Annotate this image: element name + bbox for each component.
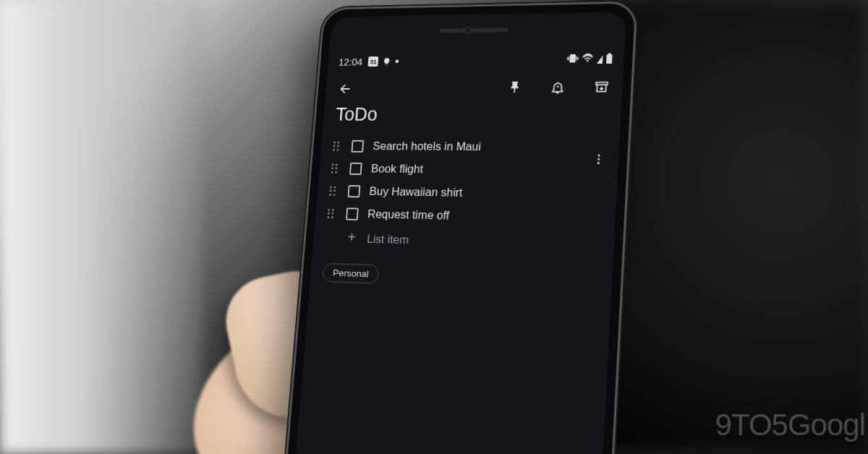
list-item: Book flight [331, 157, 605, 183]
calendar-icon: 31 [368, 56, 379, 67]
svg-point-1 [597, 155, 600, 157]
wifi-icon [582, 53, 594, 67]
speaker [440, 27, 509, 33]
archive-button[interactable] [577, 80, 609, 98]
plus-icon [345, 231, 358, 246]
front-camera [464, 27, 472, 34]
svg-point-3 [597, 162, 600, 164]
signal-icon [597, 55, 603, 64]
drag-handle-icon[interactable] [333, 141, 343, 150]
app-toolbar [326, 69, 624, 99]
note-title[interactable]: ToDo [323, 98, 622, 136]
battery-icon [606, 54, 613, 64]
checkbox[interactable] [346, 207, 359, 220]
checkbox[interactable] [348, 185, 361, 197]
svg-rect-0 [596, 82, 608, 85]
notification-dot-icon [396, 59, 399, 63]
screen: 12:04 31 [286, 48, 624, 454]
back-button[interactable] [337, 82, 353, 99]
list-item: Search hotels in Maui [332, 134, 606, 159]
item-text[interactable]: Search hotels in Maui [373, 140, 482, 153]
item-text[interactable]: Book flight [370, 162, 423, 176]
overflow-menu-button[interactable] [592, 155, 605, 168]
phone-bezel: 12:04 31 [286, 12, 626, 454]
phone-frame: 12:04 31 [274, 1, 637, 454]
checkbox[interactable] [349, 162, 362, 174]
add-item-label: List item [367, 232, 409, 247]
bulb-icon [382, 56, 392, 66]
watermark: 9TO5Googl [715, 408, 865, 442]
item-text[interactable]: Request time off [367, 207, 450, 223]
checkbox[interactable] [351, 140, 364, 152]
reminder-button[interactable] [534, 80, 566, 98]
status-time: 12:04 [339, 56, 363, 67]
drag-handle-icon[interactable] [329, 186, 339, 195]
background-left [0, 0, 203, 454]
status-bar: 12:04 31 [328, 48, 624, 71]
pin-button[interactable] [491, 80, 522, 98]
label-chip[interactable]: Personal [322, 263, 379, 284]
drag-handle-icon[interactable] [331, 163, 341, 173]
svg-point-2 [597, 158, 600, 160]
drag-handle-icon[interactable] [328, 208, 338, 218]
checklist: Search hotels in Maui Book flight Buy Ha… [312, 134, 619, 259]
item-text[interactable]: Buy Hawaiian shirt [369, 184, 463, 199]
vibrate-icon [566, 53, 579, 66]
add-list-item[interactable]: List item [325, 225, 602, 259]
